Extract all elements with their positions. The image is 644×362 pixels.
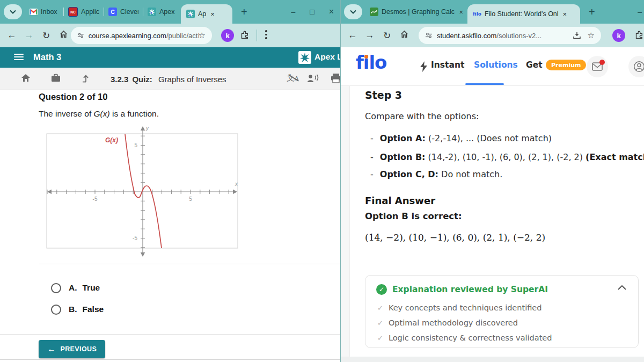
read-aloud-button[interactable] [307, 74, 319, 85]
premium-badge[interactable]: Premium [546, 60, 586, 70]
filo-logo[interactable]: filo [356, 53, 386, 71]
apex-app-bar: Math 3 Apex Lea [0, 47, 340, 68]
address-bar[interactable]: course.apexlearning.com/public/activi...… [71, 27, 212, 44]
verified-badge-icon: ✓ [376, 284, 387, 295]
tab-search-button[interactable] [4, 4, 22, 19]
tab-apex[interactable]: Apex L [143, 0, 181, 24]
final-answer-title: Final Answer [365, 195, 435, 206]
final-answer-line: Option B is correct: [365, 211, 462, 221]
tab-nc-application[interactable]: NC Applica [64, 0, 104, 24]
new-tab-button[interactable]: + [589, 6, 595, 18]
home-button[interactable] [57, 30, 70, 41]
minimize-button[interactable]: – [291, 8, 295, 16]
home-button[interactable] [398, 30, 411, 41]
screen: Inbox ( NC Applica C Clever Apex L [0, 0, 644, 362]
tab-close-icon[interactable]: × [210, 10, 215, 18]
bookmark-star-icon[interactable]: ☆ [199, 31, 206, 40]
reload-button[interactable]: ↻ [380, 30, 393, 41]
forward-button[interactable]: → [363, 30, 376, 41]
briefcase-icon [51, 74, 61, 82]
tab-label: Applica [81, 8, 99, 16]
desmos-icon [370, 8, 378, 16]
radio-button-a[interactable] [51, 283, 61, 293]
graph-of-gx: -5 5 5 -5 y x G(x) [47, 134, 238, 249]
curve-label: G(x) [105, 136, 118, 144]
step-title: Step 3 [365, 89, 402, 101]
nav-solutions[interactable]: Solutions [474, 60, 518, 70]
extensions-button[interactable] [634, 30, 644, 43]
tab-label: Inbox ( [41, 8, 59, 16]
bullet-dash: - [370, 152, 374, 162]
minimize-button[interactable]: – [638, 8, 642, 16]
kami-extension-button[interactable]: k [612, 29, 625, 42]
back-button[interactable]: ← [5, 30, 18, 41]
tab-clever[interactable]: C Clever [104, 0, 143, 24]
tab-search-button[interactable] [344, 4, 362, 19]
nav-instant[interactable]: Instant [431, 60, 464, 70]
window-filo: Desmos | Graphing Calcu × filo Filo Stud… [340, 0, 644, 362]
print-button[interactable] [331, 74, 340, 85]
activity-type: Quiz: [132, 75, 152, 84]
gmail-icon [29, 8, 38, 16]
home-icon [400, 30, 409, 39]
radio-button-b[interactable] [51, 305, 61, 315]
menu-icon[interactable] [14, 54, 24, 62]
new-tab-button[interactable]: + [241, 6, 247, 18]
tab-list: Desmos | Graphing Calcu × filo Filo Stud… [365, 0, 595, 24]
window-apex: Inbox ( NC Applica C Clever Apex L [0, 0, 340, 362]
bullet-dash: - [370, 169, 374, 179]
tab-inbox[interactable]: Inbox ( [25, 0, 63, 24]
review-item: ✓ Logic consistency & correctness valida… [377, 334, 552, 342]
tab-filo-active[interactable]: filo Filo Student: World's Onl × [467, 4, 580, 24]
address-bar[interactable]: student.askfilo.com/solutions-v2... ☆ [419, 27, 601, 44]
account-icon [633, 61, 644, 73]
y-axis-bottom-arrow [141, 252, 145, 257]
inbox-button[interactable] [587, 56, 608, 77]
maximize-button[interactable]: □ [310, 8, 314, 16]
tab-desmos[interactable]: Desmos | Graphing Calcu × [365, 0, 467, 24]
close-button[interactable]: × [329, 7, 334, 17]
y-tick-label-neg5: -5 [133, 235, 137, 241]
superai-card-title: Explanation reviewed by SuperAI [392, 285, 548, 294]
answer-option-b[interactable]: B. False [51, 302, 104, 316]
previous-button[interactable]: ← PREVIOUS [39, 340, 105, 358]
speaker-person-icon [307, 74, 319, 83]
apex-brand-text: Apex Lea [314, 52, 340, 62]
browser-menu-button[interactable] [265, 30, 267, 39]
course-home-button[interactable] [20, 74, 31, 84]
option-text: False [83, 305, 104, 314]
y-axis-label: y [145, 125, 149, 131]
solutions-active-underline [465, 83, 504, 85]
collapse-chevron-icon[interactable] [618, 285, 626, 290]
tab-label: Desmos | Graphing Calcu [382, 8, 455, 16]
tab-close-icon[interactable]: × [459, 8, 463, 16]
tab-close-icon[interactable]: × [563, 10, 567, 18]
window-controls: – [638, 0, 642, 24]
nav-get-premium[interactable]: Get [526, 60, 543, 70]
extensions-button[interactable] [239, 30, 250, 43]
answer-option-a[interactable]: A. True [51, 281, 100, 295]
option-text: True [83, 283, 100, 293]
check-icon: ✓ [377, 304, 383, 312]
kami-extension-button[interactable]: k [221, 29, 234, 42]
y-axis-top-arrow [141, 126, 145, 131]
activity-title: Graphs of Inverses [158, 75, 226, 84]
question-text: The inverse of G(x) is a function. [39, 109, 159, 119]
back-button[interactable]: ← [346, 30, 359, 41]
lightning-icon [420, 61, 427, 72]
nc-icon: NC [68, 7, 78, 17]
forward-button[interactable]: → [23, 30, 35, 41]
x-tick-label-neg5: -5 [93, 196, 98, 202]
exit-activity-button[interactable] [80, 74, 91, 85]
review-item: ✓ Optimal methodology discovered [377, 318, 518, 327]
coursework-button[interactable] [50, 74, 61, 84]
question-header: Question 2 of 10 [39, 92, 107, 102]
translate-button[interactable]: 文A [287, 73, 298, 83]
account-button[interactable] [628, 56, 644, 77]
install-app-icon[interactable] [573, 32, 581, 40]
tab-apex-active[interactable]: Ap × [181, 4, 232, 24]
chevron-down-icon [10, 10, 16, 14]
home-icon [21, 74, 31, 82]
reload-button[interactable]: ↻ [40, 30, 53, 41]
bookmark-star-icon[interactable]: ☆ [588, 31, 595, 40]
